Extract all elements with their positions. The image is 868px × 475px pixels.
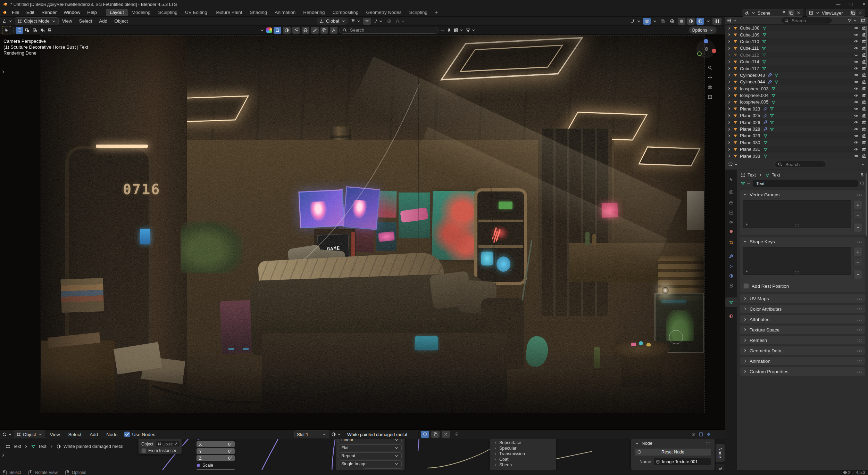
filter-fonts-toggle[interactable] xyxy=(330,27,337,34)
snap-settings-dropdown[interactable] xyxy=(373,19,383,24)
outliner-row[interactable]: Icosphere.003 xyxy=(725,85,868,92)
overlays-toggle[interactable] xyxy=(643,18,651,25)
shading-material-button[interactable] xyxy=(687,18,695,25)
workspace-tab-sculpting[interactable]: Sculpting xyxy=(154,9,181,16)
mode-dropdown[interactable]: Object Mode xyxy=(15,17,59,25)
rotation-z-field[interactable]: Z0° xyxy=(197,455,235,461)
sidebar-expand-icon[interactable] xyxy=(1,453,6,458)
add-rest-position-checkbox[interactable] xyxy=(743,283,749,289)
tab-modifiers[interactable] xyxy=(725,252,737,261)
pin-icon[interactable] xyxy=(860,173,865,178)
eye-icon[interactable] xyxy=(854,154,859,158)
eye-icon[interactable] xyxy=(854,59,859,64)
list-expand-icon[interactable] xyxy=(744,222,749,227)
falloff-dropdown[interactable] xyxy=(395,19,406,24)
panel-grip[interactable] xyxy=(706,442,711,444)
eye-icon[interactable] xyxy=(854,46,859,51)
panel-grip[interactable] xyxy=(857,339,862,342)
eye-icon[interactable] xyxy=(854,100,859,105)
eye-icon[interactable] xyxy=(854,86,859,91)
expand-icon[interactable] xyxy=(727,66,732,71)
node-principled-bsdf[interactable]: Subsurface Specular Transmission Coat Sh… xyxy=(490,439,556,470)
vertex-group-add-button[interactable]: + xyxy=(853,200,862,209)
outliner-row[interactable]: Plane.025 xyxy=(725,112,868,119)
viewport-menu-object[interactable]: Object xyxy=(111,17,131,25)
render-visibility-icon[interactable] xyxy=(862,106,867,111)
outliner-row[interactable]: Cube.110 xyxy=(725,38,868,45)
tab-tool[interactable] xyxy=(725,174,737,184)
shape-keys-list[interactable] xyxy=(743,247,851,275)
outliner-row[interactable]: Plane.026 xyxy=(725,119,868,125)
viewport-canvas[interactable]: 0716 GAME OVER xyxy=(0,35,725,429)
viewlayer-copy-button[interactable] xyxy=(850,10,856,16)
shape-key-specials-button[interactable] xyxy=(853,270,862,279)
eye-icon[interactable] xyxy=(854,133,859,138)
panel-uv-maps[interactable]: UV Maps xyxy=(740,294,865,303)
panel-grip[interactable] xyxy=(857,350,862,352)
panel-grip[interactable] xyxy=(857,194,862,196)
projection-dropdown[interactable]: Flat xyxy=(339,444,402,451)
outliner-row[interactable]: Cube.111 xyxy=(725,45,868,51)
eye-icon[interactable] xyxy=(854,39,859,44)
vertex-groups-list[interactable] xyxy=(743,200,851,228)
expand-icon[interactable] xyxy=(727,106,732,111)
material-unlink-button[interactable] xyxy=(442,431,450,438)
chevron-down-icon[interactable] xyxy=(706,19,711,24)
pin-icon[interactable] xyxy=(782,10,786,15)
matpreview-ball-icon[interactable] xyxy=(266,27,272,33)
socket-specular[interactable]: Specular xyxy=(490,445,556,451)
eye-closed-icon[interactable] xyxy=(854,52,859,57)
linked-scene-icon[interactable] xyxy=(699,432,703,437)
outliner-row[interactable]: Plane.029 xyxy=(725,132,868,139)
node-texture-coordinate[interactable]: Object: Objec From Instancer xyxy=(138,439,182,454)
tab-material[interactable] xyxy=(725,311,737,321)
panel-custom-properties[interactable]: Custom Properties xyxy=(740,367,865,376)
eye-icon[interactable] xyxy=(854,66,859,71)
tab-object-data[interactable] xyxy=(725,297,737,307)
material-copy-button[interactable] xyxy=(431,431,440,438)
use-nodes-row[interactable]: Use Nodes xyxy=(124,432,155,437)
panel-geometry-data[interactable]: Geometry Data xyxy=(740,346,865,355)
texcoord-object-field[interactable]: Objec xyxy=(156,441,180,447)
shading-rendered-button[interactable] xyxy=(696,18,704,25)
menu-render[interactable]: Render xyxy=(38,9,60,16)
node-mapping[interactable]: Rotation X0° Y0° Z0° Scale X10.000 xyxy=(194,439,237,470)
scene-selector[interactable]: Scene xyxy=(742,9,803,17)
chevron-down-icon[interactable] xyxy=(860,162,865,167)
workspace-tab-uvediting[interactable]: UV Editing xyxy=(181,9,211,16)
socket-transmission[interactable]: Transmission xyxy=(490,451,556,457)
filter-dropdown[interactable] xyxy=(466,28,476,33)
properties-search-input[interactable] xyxy=(785,162,817,167)
camera-view-icon[interactable] xyxy=(708,85,712,90)
material-slot-dropdown[interactable]: Slot 1 xyxy=(294,431,329,438)
shader-type-dropdown[interactable]: Object xyxy=(14,431,45,438)
scene-copy-button[interactable] xyxy=(788,10,794,16)
navigation-gizmo[interactable] xyxy=(696,40,715,58)
rotation-x-field[interactable]: X0° xyxy=(197,441,235,447)
workspace-tab-scripting[interactable]: Scripting xyxy=(406,9,432,16)
workspace-tab-layout[interactable]: Layout xyxy=(106,9,128,16)
workspace-tab-add[interactable]: + xyxy=(431,9,442,16)
expand-icon[interactable] xyxy=(727,120,732,125)
outliner-row-hidden[interactable]: Cube.112 xyxy=(725,52,868,58)
select-mode-intersect-button[interactable] xyxy=(46,27,54,34)
fake-user-shield-icon[interactable] xyxy=(860,181,865,186)
move-view-icon[interactable] xyxy=(708,75,712,80)
panel-grip[interactable] xyxy=(857,318,862,321)
hide-eye-icon[interactable] xyxy=(440,28,445,33)
transform-orientation-dropdown[interactable]: Global xyxy=(317,17,349,25)
panel-attributes[interactable]: Attributes xyxy=(740,315,865,324)
shader-menu-view[interactable]: View xyxy=(47,431,64,438)
eye-icon[interactable] xyxy=(854,113,859,118)
scene-unlink-icon[interactable] xyxy=(796,10,801,15)
workspace-tab-rendering[interactable]: Rendering xyxy=(299,9,328,16)
outliner-row[interactable]: Plane.030 xyxy=(725,139,868,146)
render-visibility-icon[interactable] xyxy=(862,93,867,98)
workspace-tab-modeling[interactable]: Modeling xyxy=(128,9,155,16)
workspace-tab-geometrynodes[interactable]: Geometry Nodes xyxy=(362,9,406,16)
material-name-field[interactable]: White painted damaged metal xyxy=(344,431,419,438)
expand-icon[interactable] xyxy=(727,100,732,105)
expand-icon[interactable] xyxy=(727,52,732,57)
shading-solid-button[interactable] xyxy=(678,18,685,25)
list-resize-grip[interactable] xyxy=(794,271,800,273)
